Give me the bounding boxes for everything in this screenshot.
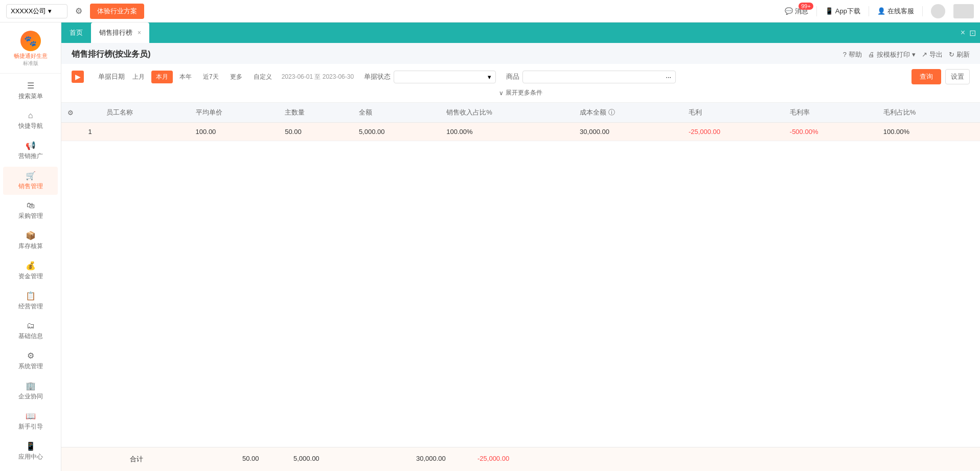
- settings-icon[interactable]: ⚙: [72, 4, 86, 18]
- phone-icon: 📱: [825, 7, 833, 15]
- active-tab-label: 销售排行榜: [99, 28, 132, 37]
- status-select[interactable]: ▾: [394, 71, 496, 83]
- tab-bar: 首页 销售排行榜 × × ⊡: [61, 23, 980, 43]
- user-name-placeholder: [953, 4, 974, 18]
- footer-rank-placeholder: [103, 452, 124, 467]
- date-pill-custom[interactable]: 自定义: [249, 71, 277, 83]
- sidebar-item-quick-nav[interactable]: ⌂ 快捷导航: [3, 107, 58, 134]
- table-footer: 合计 50.00 5,000.00 30,000.00 -25,000.00: [61, 447, 980, 471]
- sidebar: 🐾 畅捷通好生意 标准版 ☰ 搜索菜单 ⌂ 快捷导航 📢 营销推广 🛒 销售管理: [0, 23, 61, 471]
- goods-select[interactable]: ···: [522, 71, 676, 83]
- online-service-label: 在线客服: [887, 7, 914, 16]
- sidebar-guide-label: 新手引导: [18, 422, 43, 431]
- purchase-icon: 🛍: [27, 201, 35, 210]
- divider2: [869, 6, 869, 16]
- goods-more-icon: ···: [666, 73, 671, 81]
- sidebar-item-enterprise[interactable]: 🏢 企业协同: [3, 377, 58, 405]
- sidebar-item-marketing[interactable]: 📢 营销推广: [3, 137, 58, 165]
- print-button[interactable]: 🖨 按模板打印 ▾: [868, 50, 916, 59]
- online-service-button[interactable]: 👤 在线客服: [877, 7, 914, 16]
- sidebar-item-inventory[interactable]: 📦 库存核算: [3, 227, 58, 255]
- company-name: XXXXX公司: [11, 7, 46, 16]
- sales-icon: 🛒: [26, 171, 36, 181]
- message-icon: 💬: [785, 7, 793, 15]
- date-pill-current-year[interactable]: 本年: [175, 71, 196, 83]
- query-button[interactable]: 查询: [911, 69, 941, 84]
- sidebar-item-guide[interactable]: 📖 新手引导: [3, 407, 58, 435]
- tab-close-icon[interactable]: ×: [138, 29, 141, 36]
- expand-row: ∨ 展开更多条件: [72, 84, 970, 97]
- apps-icon: 📱: [26, 441, 36, 451]
- col-header-settings[interactable]: ⚙: [61, 103, 80, 123]
- sidebar-operations-label: 经营管理: [18, 302, 43, 311]
- date-pill-prev-month[interactable]: 上月: [128, 71, 149, 83]
- col-header-qty: 主数量: [279, 103, 353, 123]
- content-body: 销售排行榜(按业务员) ? 帮助 🖨 按模板打印 ▾ ↗: [61, 43, 980, 471]
- operations-icon: 📋: [26, 291, 36, 301]
- help-icon: ?: [843, 51, 847, 58]
- logo-icon: 🐾: [20, 31, 41, 51]
- trial-button[interactable]: 体验行业方案: [90, 4, 144, 19]
- col-header-gross-pct: 毛利占比%: [877, 103, 980, 123]
- sidebar-item-operations[interactable]: 📋 经营管理: [3, 287, 58, 315]
- company-chevron-icon: ▾: [48, 7, 52, 15]
- top-bar: XXXXX公司 ▾ ⚙ 体验行业方案 💬 消息 99+ 📱 App下载 👤 在线…: [0, 0, 980, 23]
- refresh-button[interactable]: ↻ 刷新: [949, 50, 970, 59]
- marketing-icon: 📢: [26, 141, 36, 150]
- footer-avg-price-placeholder: [185, 452, 236, 467]
- service-icon: 👤: [877, 7, 885, 15]
- row-settings: [61, 123, 80, 141]
- sidebar-sales-label: 销售管理: [18, 182, 43, 191]
- col-header-name: 员工名称: [100, 103, 190, 123]
- system-icon: ⚙: [27, 351, 34, 361]
- export-icon: ↗: [922, 51, 927, 58]
- date-pill-current-month[interactable]: 本月: [151, 71, 173, 83]
- basics-icon: 🗂: [27, 321, 35, 330]
- app-download-label: App下载: [835, 7, 860, 16]
- sidebar-item-search[interactable]: ☰ 搜索菜单: [3, 77, 58, 105]
- window-maximize-button[interactable]: ⊡: [969, 28, 976, 38]
- page-title: 销售排行榜(按业务员): [72, 49, 151, 60]
- row-cost-amount: 30,000.00: [574, 123, 682, 141]
- sidebar-item-system[interactable]: ⚙ 系统管理: [3, 347, 58, 375]
- tab-sales-ranking[interactable]: 销售排行榜 ×: [91, 23, 149, 43]
- sidebar-item-finance[interactable]: 💰 资金管理: [3, 257, 58, 285]
- sidebar-finance-label: 资金管理: [18, 272, 43, 281]
- content-area: 首页 销售排行榜 × × ⊡ 销售排行榜(按业务员): [61, 23, 980, 471]
- filter-area: ▶ 单据日期 上月 本月 本年 近7天 更多 自定义: [61, 64, 980, 103]
- sidebar-enterprise-label: 企业协同: [18, 392, 43, 401]
- window-close-button[interactable]: ×: [961, 28, 965, 37]
- filter-collapse-button[interactable]: ▶: [72, 71, 84, 83]
- user-avatar[interactable]: [931, 4, 945, 18]
- tab-home[interactable]: 首页: [61, 23, 91, 43]
- refresh-icon: ↻: [949, 51, 954, 58]
- row-amount: 5,000.00: [353, 123, 440, 141]
- sidebar-item-apps[interactable]: 📱 应用中心: [3, 437, 58, 465]
- sidebar-item-sales[interactable]: 🛒 销售管理: [3, 167, 58, 195]
- sidebar-search-label: 搜索菜单: [18, 92, 43, 101]
- date-pill-more[interactable]: 更多: [225, 71, 247, 83]
- sidebar-item-basics[interactable]: 🗂 基础信息: [3, 317, 58, 345]
- sidebar-quick-nav-label: 快捷导航: [18, 122, 43, 130]
- col-header-sales-pct: 销售收入占比%: [440, 103, 574, 123]
- date-range-display: 2023-06-01 至 2023-06-30: [282, 73, 354, 81]
- app-download-button[interactable]: 📱 App下载: [825, 7, 860, 16]
- footer-cells: 合计 50.00 5,000.00 30,000.00 -25,000.00: [67, 452, 974, 467]
- expand-conditions-button[interactable]: ∨ 展开更多条件: [499, 88, 542, 97]
- status-filter-label: 单据状态: [364, 72, 391, 81]
- sidebar-item-purchase[interactable]: 🛍 采购管理: [3, 197, 58, 225]
- company-selector[interactable]: XXXXX公司 ▾: [6, 4, 67, 18]
- settings-filter-button[interactable]: 设置: [945, 69, 970, 84]
- footer-amount: 5,000.00: [287, 452, 349, 467]
- message-button[interactable]: 💬 消息 99+: [785, 7, 808, 16]
- date-pill-7days[interactable]: 近7天: [198, 71, 223, 83]
- help-button[interactable]: ? 帮助: [843, 50, 862, 59]
- footer-total-label: 合计: [124, 452, 185, 467]
- sidebar-system-label: 系统管理: [18, 362, 43, 371]
- export-button[interactable]: ↗ 导出: [922, 50, 943, 59]
- sidebar-item-wechat[interactable]: 💬 企业微信: [3, 467, 58, 471]
- sidebar-logo: 🐾 畅捷通好生意 标准版: [0, 27, 61, 74]
- footer-cost-amount: 30,000.00: [410, 452, 471, 467]
- table-container: ⚙ 员工名称 平均单价 主数量 全额 销售收入占比% 成本全额 ⓘ 毛利 毛利率: [61, 103, 980, 447]
- sidebar-inventory-label: 库存核算: [18, 242, 43, 251]
